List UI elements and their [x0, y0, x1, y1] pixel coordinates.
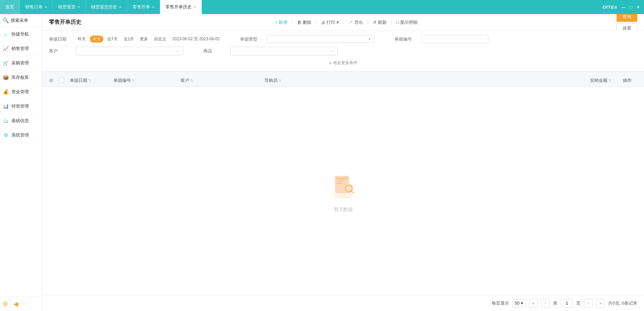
print-label: 🖨 打印	[321, 19, 336, 25]
sidebar-item-basic-info[interactable]: 🗂 基础信息	[0, 114, 42, 128]
sidebar-item-sales[interactable]: 📈 销售管理	[0, 42, 42, 56]
settings-icon[interactable]: ⚙	[3, 300, 8, 308]
empty-illustration	[327, 169, 360, 203]
system-icon: ⚙	[3, 132, 9, 138]
goods-dots[interactable]: ···	[330, 48, 334, 54]
tab-home[interactable]: 首页	[0, 0, 20, 14]
th-date: 单据日期 ⇅	[67, 77, 111, 84]
toolbar-divider-4	[368, 20, 368, 25]
tab-sales-order-close[interactable]: ×	[45, 5, 47, 9]
prev-page-btn[interactable]: ‹	[541, 299, 550, 308]
toolbar-divider-3	[344, 20, 344, 25]
brand-label: OfTEn	[602, 5, 617, 10]
th-date-sort[interactable]: ⇅	[88, 79, 91, 82]
date-btn-more[interactable]: 更多	[138, 36, 150, 43]
tab-retail-open-close[interactable]: ×	[152, 5, 154, 9]
add-button[interactable]: + 新增	[275, 19, 287, 25]
th-op: 操作	[614, 77, 641, 84]
next-page-btn[interactable]: ›	[584, 299, 593, 308]
window-minimize[interactable]: —	[621, 5, 626, 10]
sidebar-item-finance[interactable]: 💰 资金管理	[0, 85, 42, 99]
per-page-select[interactable]: 50 ▾	[512, 299, 526, 307]
th-num-sort[interactable]: ⇅	[132, 79, 135, 82]
page-input[interactable]	[561, 299, 573, 308]
tab-sales-return-history-close[interactable]: ×	[119, 5, 121, 9]
date-btn-7days[interactable]: 近7天	[105, 36, 120, 43]
sidebar-item-inventory[interactable]: 📦 库存核算	[0, 70, 42, 85]
svg-point-0	[333, 193, 353, 199]
first-page-btn[interactable]: «	[529, 299, 538, 308]
display-detail-button[interactable]: □ 显示明细	[396, 19, 417, 25]
tab-sales-return-close[interactable]: ×	[78, 5, 80, 9]
table-checkbox-all[interactable]	[56, 77, 67, 84]
toolbar-divider-2	[316, 20, 316, 25]
date-btn-1month[interactable]: 近1月	[122, 36, 136, 43]
th-guide-label: 导购员	[264, 77, 278, 84]
date-btn-today[interactable]: 今天	[90, 36, 103, 43]
th-amount-label: 实销金额	[590, 77, 607, 84]
sidebar: 🔍 搜索采单 ⌂ 快捷导航 📈 销售管理 🛒 采购管理 📦 库存核算 💰 资金管…	[0, 14, 42, 311]
customer-select[interactable]: ···	[76, 47, 183, 55]
sidebar-search[interactable]: 🔍 搜索采单	[0, 14, 42, 27]
sidebar-basic-info-label: 基础信息	[11, 118, 29, 124]
content-area: 零售开单历史 + 新增 🗑 删除 🖨 打印 ▾ ↗ 导出	[42, 14, 644, 311]
sidebar-bottom: ⚙ ◀	[0, 297, 42, 311]
tab-sales-return-label: 销货退货	[58, 4, 76, 10]
tab-retail-open[interactable]: 零售开单 ×	[127, 0, 160, 14]
collapse-sidebar-icon[interactable]: ◀	[13, 300, 18, 308]
sidebar-item-purchase[interactable]: 🛒 采购管理	[0, 56, 42, 70]
empty-text: 暂无数据	[334, 207, 353, 213]
tab-sales-return[interactable]: 销货退货 ×	[53, 0, 86, 14]
refresh-button[interactable]: ↺ 刷新	[373, 19, 387, 25]
date-btn-custom[interactable]: 自定义	[152, 36, 168, 43]
delete-label: 🗑 删除	[297, 19, 311, 25]
sidebar-sales-label: 销售管理	[11, 46, 29, 52]
per-page-value: 50	[515, 301, 519, 306]
table-settings-icon[interactable]: ⚙	[46, 78, 56, 83]
type-select-arrow: ▾	[368, 37, 370, 41]
type-select[interactable]: ▾	[267, 35, 374, 43]
window-maximize[interactable]: □	[630, 5, 632, 10]
th-guide-sort[interactable]: ⇅	[279, 79, 281, 82]
print-button[interactable]: 🖨 打印 ▾	[321, 19, 339, 25]
goods-select[interactable]: ···	[230, 47, 338, 55]
th-customer-sort[interactable]: ⇅	[190, 79, 193, 82]
filter-row-2: 客户 ··· 商品 ···	[49, 47, 637, 55]
delete-button[interactable]: 🗑 删除	[297, 19, 311, 25]
export-button[interactable]: ↗ 导出	[349, 19, 363, 25]
inventory-icon: 📦	[3, 74, 9, 81]
svg-rect-2	[336, 178, 348, 179]
sidebar-inventory-label: 库存核算	[11, 74, 29, 81]
num-input[interactable]	[421, 35, 488, 43]
collapse-button[interactable]: ∧ 收起更多条件	[329, 59, 357, 67]
export-label: ↗ 导出	[349, 19, 363, 25]
print-arrow-icon: ▾	[337, 20, 339, 25]
svg-rect-4	[336, 183, 343, 184]
sidebar-finance-label: 资金管理	[11, 89, 29, 95]
th-amount: 实销金额 ⇅	[574, 77, 614, 84]
sales-icon: 📈	[3, 46, 9, 52]
date-label: 单据日期	[49, 36, 69, 42]
tab-sales-return-history[interactable]: 销货退货历史 ×	[86, 0, 127, 14]
tab-sales-order[interactable]: 销售订单 ×	[20, 0, 53, 14]
search-icon: 🔍	[3, 17, 9, 23]
window-close[interactable]: ✕	[636, 5, 640, 10]
customer-dots[interactable]: ···	[176, 48, 180, 54]
th-amount-sort[interactable]: ⇅	[608, 79, 611, 82]
th-guide: 导购员 ⇅	[262, 77, 312, 84]
sidebar-item-operations[interactable]: 📊 经营管理	[0, 99, 42, 114]
sidebar-item-quick-nav[interactable]: ⌂ 快捷导航	[0, 27, 42, 42]
th-op-label: 操作	[623, 77, 632, 84]
query-button[interactable]: 查询	[616, 14, 637, 22]
th-customer: 客户 ⇅	[178, 77, 262, 84]
basic-info-icon: 🗂	[3, 118, 9, 124]
tab-retail-history[interactable]: 零售开单历史 ×	[160, 0, 202, 14]
date-btn-yesterday[interactable]: 昨天	[76, 36, 88, 43]
display-label: □ 显示明细	[396, 19, 417, 25]
checkbox-all-box	[59, 77, 64, 82]
page-label: 页	[576, 300, 581, 306]
last-page-btn[interactable]: »	[596, 299, 605, 308]
sidebar-item-system[interactable]: ⚙ 系统管理	[0, 128, 42, 143]
tab-retail-history-close[interactable]: ×	[194, 5, 196, 9]
svg-rect-3	[336, 180, 345, 182]
